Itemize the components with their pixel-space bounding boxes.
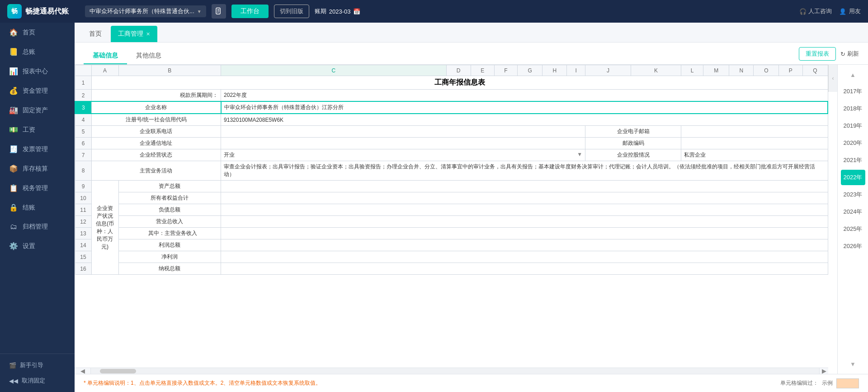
sub-tabs-toolbar: 重置报表 ↻ 刷新 (799, 47, 859, 64)
sample-label: 示例 (822, 379, 833, 387)
reg-code-label: 注册号/统一社会信用代码 (91, 114, 221, 126)
email-value[interactable] (681, 126, 828, 138)
holding-label: 企业控股情况 (585, 149, 681, 161)
main-layout: 🏠 首页 📒 总账 📊 报表中心 💰 资金管理 🏭 固定资产 💵 工资 (0, 23, 868, 392)
year-panel: ▲ 2017年 2018年 2019年 2020年 2021年 2022年 20… (837, 65, 868, 374)
switch-version-button[interactable]: 切到旧版 (274, 5, 309, 18)
equity-value[interactable] (221, 192, 828, 204)
table-row: 1 工商年报信息表 (75, 76, 828, 90)
tax-total-label: 纳税总额 (118, 263, 221, 275)
liabilities-label: 负债总额 (118, 204, 221, 216)
calendar-icon[interactable]: 📅 (353, 8, 360, 15)
panel-collapse-button[interactable]: ‹ (828, 65, 837, 92)
sidebar-item-archive[interactable]: 🗂 归档管理 (0, 217, 75, 236)
address-label: 企业通信地址 (91, 138, 221, 149)
row-num-3: 3 (75, 101, 91, 114)
sidebar-item-settings[interactable]: ⚙️ 设置 (0, 236, 75, 256)
year-2019[interactable]: 2019年 (841, 118, 865, 134)
sidebar-item-fund[interactable]: 💰 资金管理 (0, 81, 75, 100)
sidebar-item-tax[interactable]: 📋 税务管理 (0, 178, 75, 198)
tab-other-info[interactable]: 其他信息 (127, 48, 170, 64)
year-up-arrow[interactable]: ▲ (847, 68, 859, 81)
col-D: D (446, 65, 471, 76)
postcode-label: 邮政编码 (585, 138, 681, 149)
year-down-arrow[interactable]: ▼ (847, 358, 859, 370)
table-row: 14 利润总额 (75, 239, 828, 251)
new-user-guide[interactable]: 🎬 新手引导 (0, 358, 75, 373)
company-name-value[interactable]: 中审众环会计师事务所（特殊普通合伙）江苏分所 (221, 101, 828, 114)
scroll-thumb[interactable] (100, 369, 136, 373)
postcode-value[interactable] (681, 138, 828, 149)
holding-value[interactable]: 私营企业 (681, 149, 828, 161)
liabilities-value[interactable] (221, 204, 828, 216)
year-2021[interactable]: 2021年 (841, 153, 865, 168)
status-dropdown-icon[interactable]: ▼ (577, 151, 582, 158)
revenue-value[interactable] (221, 216, 828, 228)
scroll-left-icon[interactable]: ◀ (75, 368, 91, 374)
year-2017[interactable]: 2017年 (841, 84, 865, 99)
year-list: 2017年 2018年 2019年 2020年 2021年 2022年 2023… (838, 83, 868, 356)
tax-total-value[interactable] (221, 263, 828, 275)
row-num-1: 1 (75, 76, 91, 90)
support-button[interactable]: 🎧 人工咨询 (799, 7, 832, 15)
tab-home[interactable]: 首页 (82, 26, 109, 42)
period-value-cell[interactable]: 2022年度 (221, 90, 828, 102)
user-area[interactable]: 👤 用友 (839, 7, 861, 15)
document-icon[interactable] (212, 4, 226, 19)
sidebar-bottom: 🎬 新手引导 ◀◀ 取消固定 (0, 354, 75, 392)
sidebar-item-invoice[interactable]: 🧾 发票管理 (0, 139, 75, 159)
biz-status-value[interactable]: 开业 ▼ (221, 149, 585, 161)
year-2023[interactable]: 2023年 (841, 187, 865, 202)
reset-report-button[interactable]: 重置报表 (799, 47, 836, 61)
bottom-bar: * 单元格编辑说明：1、点击单元格直接录入数值或文本。2、清空单元格数值或文本恢… (75, 374, 868, 392)
sidebar-item-ledger[interactable]: 📒 总账 (0, 42, 75, 62)
logo-area: 畅 畅捷通易代账 (7, 4, 80, 19)
workbench-button[interactable]: 工作台 (231, 5, 269, 18)
chevron-down-icon: ▼ (197, 9, 202, 14)
year-panel-up: ▲ (847, 67, 859, 83)
assets-value[interactable] (221, 181, 828, 192)
unpin-button[interactable]: ◀◀ 取消固定 (0, 373, 75, 388)
tab-close-icon[interactable]: ✕ (146, 31, 150, 37)
sidebar-item-asset[interactable]: 🏭 固定资产 (0, 100, 75, 120)
reg-code-value[interactable]: 91320100MA208E5W6K (221, 114, 828, 126)
col-C: C (221, 65, 447, 76)
refresh-button[interactable]: ↻ 刷新 (840, 50, 859, 58)
tab-industrial[interactable]: 工商管理 ✕ (111, 26, 157, 42)
company-selector[interactable]: 中审众环会计师事务所（特殊普通合伙... ▼ (85, 5, 206, 17)
sidebar-item-report[interactable]: 📊 报表中心 (0, 62, 75, 81)
tab-basic-info[interactable]: 基础信息 (84, 48, 127, 64)
horizontal-scrollbar[interactable]: ◀ ▶ (75, 368, 828, 374)
spreadsheet-container: A B C D E F G H I J (75, 65, 868, 374)
year-2018[interactable]: 2018年 (841, 101, 865, 116)
sheet-title[interactable]: 工商年报信息表 (91, 76, 828, 90)
main-biz-value[interactable]: 审查企业会计报表；出具审计报告；验证企业资本；出具验资报告；办理企业合并、分立、… (221, 161, 828, 181)
year-2020[interactable]: 2020年 (841, 135, 865, 151)
sidebar-item-salary[interactable]: 💵 工资 (0, 120, 75, 139)
spreadsheet-scroll[interactable]: A B C D E F G H I J (75, 65, 828, 368)
phone-value[interactable] (221, 126, 585, 138)
unpin-label: 取消固定 (22, 377, 45, 385)
year-2024[interactable]: 2024年 (841, 204, 865, 220)
main-revenue-value[interactable] (221, 228, 828, 239)
year-2022[interactable]: 2022年 (841, 170, 865, 185)
sidebar-label-salary: 工资 (23, 126, 35, 134)
net-profit-value[interactable] (221, 251, 828, 263)
sidebar-item-home[interactable]: 🏠 首页 (0, 23, 75, 42)
sidebar-item-close[interactable]: 🔒 结账 (0, 198, 75, 217)
scroll-track[interactable] (91, 368, 819, 374)
cell-edit-hint: * 单元格编辑说明：1、点击单元格直接录入数值或文本。2、清空单元格数值或文本恢… (84, 379, 321, 387)
invoice-icon: 🧾 (9, 145, 18, 153)
year-2026[interactable]: 2026年 (841, 239, 865, 254)
bottom-bar-right: 单元格编辑过： 示例 (780, 378, 859, 388)
revenue-label: 营业总收入 (118, 216, 221, 228)
scroll-right-icon[interactable]: ▶ (819, 368, 828, 374)
basic-info-label: 基础信息 (93, 52, 118, 59)
cell-edited-label: 单元格编辑过： (780, 379, 818, 387)
year-2025[interactable]: 2025年 (841, 221, 865, 237)
sidebar-item-inventory[interactable]: 📦 库存核算 (0, 159, 75, 178)
row-num-12: 12 (75, 216, 91, 228)
address-value[interactable] (221, 138, 585, 149)
profit-total-value[interactable] (221, 239, 828, 251)
table-row: 13 其中：主营业务收入 (75, 228, 828, 239)
